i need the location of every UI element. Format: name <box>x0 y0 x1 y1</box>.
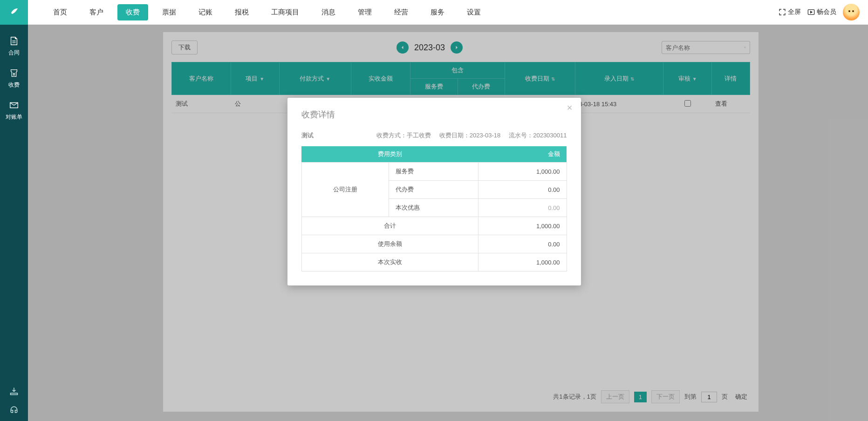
sidebar-bottom <box>9 387 19 421</box>
sidebar-statement[interactable]: 对账单 <box>0 95 28 127</box>
member-label: 畅会员 <box>817 8 836 16</box>
nav-customer[interactable]: 客户 <box>81 4 112 20</box>
nav-home[interactable]: 首页 <box>45 4 75 20</box>
fullscreen-icon <box>779 8 786 16</box>
detail-footer-row: 本次实收 1,000.00 <box>301 253 567 272</box>
nav-service[interactable]: 服务 <box>422 4 453 20</box>
fee-icon <box>9 68 19 78</box>
nav-business[interactable]: 工商项目 <box>263 4 308 20</box>
member-button[interactable]: 畅会员 <box>807 8 836 16</box>
detail-footer-label: 本次实收 <box>301 253 478 272</box>
headset-icon[interactable] <box>9 405 19 414</box>
detail-amount: 0.00 <box>478 181 567 199</box>
modal-close-button[interactable]: × <box>564 102 575 114</box>
nav-fee[interactable]: 收费 <box>117 4 148 20</box>
modal-method: 收费方式：手工收费 <box>376 131 431 140</box>
modal-title: 收费详情 <box>301 109 567 120</box>
modal-serial: 流水号：2023030011 <box>509 131 567 140</box>
modal-customer: 测试 <box>301 131 314 140</box>
sidebar-statement-label: 对账单 <box>6 113 22 121</box>
detail-label: 服务费 <box>389 163 478 181</box>
modal-date: 收费日期：2023-03-18 <box>439 131 501 140</box>
sidebar-fee-label: 收费 <box>8 81 20 89</box>
nav-ticket[interactable]: 票据 <box>154 4 185 20</box>
nav-message[interactable]: 消息 <box>313 4 344 20</box>
sidebar-fee[interactable]: 收费 <box>0 62 28 95</box>
app-logo[interactable] <box>0 0 28 25</box>
detail-footer-label: 使用余额 <box>301 235 478 253</box>
nav-operate[interactable]: 经营 <box>386 4 417 20</box>
detail-category: 公司注册 <box>301 163 389 217</box>
detail-amount: 0.00 <box>478 199 567 217</box>
nav-tax[interactable]: 报税 <box>226 4 257 20</box>
nav-accounting[interactable]: 记账 <box>190 4 221 20</box>
detail-footer-amount: 0.00 <box>478 235 567 253</box>
modal-meta: 测试 收费方式：手工收费 收费日期：2023-03-18 流水号：2023030… <box>301 131 567 140</box>
dth-amount: 金额 <box>478 146 567 163</box>
statement-icon <box>9 100 19 110</box>
close-icon: × <box>567 102 573 113</box>
sidebar: 合同 收费 对账单 <box>0 25 28 421</box>
sidebar-contract[interactable]: 合同 <box>0 30 28 62</box>
nav-items: 首页 客户 收费 票据 记账 报税 工商项目 消息 管理 经营 服务 设置 <box>42 4 492 20</box>
detail-footer-amount: 1,000.00 <box>478 217 567 235</box>
detail-table: 费用类别 金额 公司注册 服务费 1,000.00 代办费 0.00 本次优惠 … <box>301 146 567 272</box>
detail-amount: 1,000.00 <box>478 163 567 181</box>
detail-footer-amount: 1,000.00 <box>478 253 567 272</box>
feather-icon <box>8 7 20 18</box>
detail-footer-row: 合计 1,000.00 <box>301 217 567 235</box>
detail-row: 公司注册 服务费 1,000.00 <box>301 163 567 181</box>
nav-settings[interactable]: 设置 <box>458 4 489 20</box>
detail-footer-label: 合计 <box>301 217 478 235</box>
detail-label: 本次优惠 <box>389 199 478 217</box>
fee-detail-modal: × 收费详情 测试 收费方式：手工收费 收费日期：2023-03-18 流水号：… <box>287 98 581 285</box>
nav-manage[interactable]: 管理 <box>349 4 380 20</box>
detail-label: 代办费 <box>389 181 478 199</box>
top-nav: 首页 客户 收费 票据 记账 报税 工商项目 消息 管理 经营 服务 设置 全屏… <box>0 0 868 25</box>
fullscreen-button[interactable]: 全屏 <box>779 8 801 16</box>
play-icon <box>807 8 815 16</box>
sidebar-contract-label: 合同 <box>8 49 20 57</box>
detail-footer-row: 使用余额 0.00 <box>301 235 567 253</box>
download-icon[interactable] <box>9 387 19 396</box>
contract-icon <box>9 36 19 46</box>
topnav-right: 全屏 畅会员 <box>779 4 868 20</box>
avatar[interactable] <box>843 4 860 20</box>
dth-category: 费用类别 <box>301 146 478 163</box>
fullscreen-label: 全屏 <box>788 8 801 16</box>
